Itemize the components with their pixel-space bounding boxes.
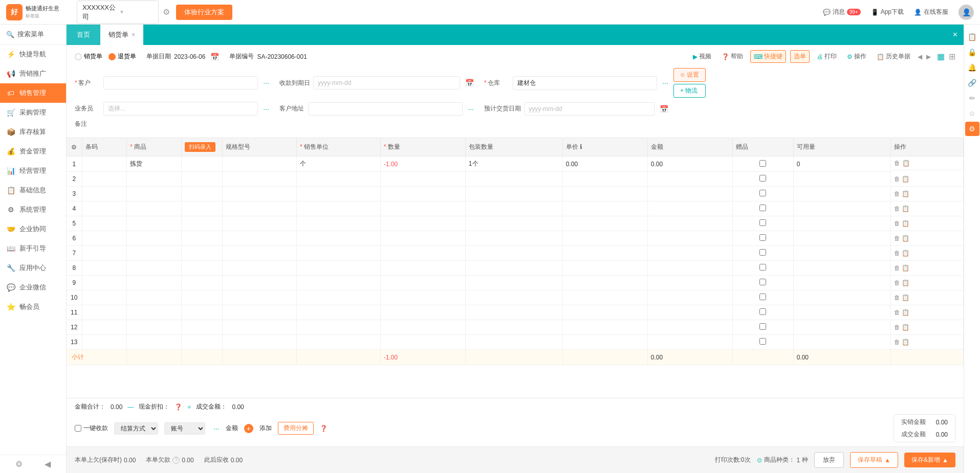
copy-icon[interactable]: 📋: [902, 339, 909, 346]
sidebar-item-wechat[interactable]: 💬 企业微信: [0, 278, 66, 297]
gift-checkbox[interactable]: [759, 205, 766, 211]
delete-icon[interactable]: 🗑: [894, 294, 900, 301]
discount-help-icon[interactable]: ❓: [175, 403, 182, 411]
copy-icon[interactable]: 📋: [902, 294, 909, 301]
gift-checkbox[interactable]: [759, 219, 766, 226]
gift-checkbox[interactable]: [759, 264, 766, 271]
nav-next-icon[interactable]: ▶: [926, 53, 931, 60]
history-btn[interactable]: 📋 历史单据: [874, 51, 913, 62]
price-1[interactable]: 0.00: [562, 156, 647, 172]
sidebar-item-marketing[interactable]: 📢 营销推广: [0, 64, 66, 83]
app-download-btn[interactable]: 📱 App下载: [871, 8, 904, 16]
delete-icon-1[interactable]: 🗑: [894, 160, 900, 167]
th-scan[interactable]: 扫码录入: [182, 138, 223, 156]
logistics-button[interactable]: + 物流: [673, 84, 706, 98]
print-btn[interactable]: 🖨 打印: [814, 51, 840, 62]
gift-checkbox[interactable]: [759, 249, 766, 256]
gift-checkbox[interactable]: [759, 234, 766, 241]
customer-dots[interactable]: ···: [263, 79, 269, 87]
copy-icon[interactable]: 📋: [902, 220, 909, 227]
dots-payments[interactable]: ···: [213, 424, 220, 433]
radio-sale[interactable]: 销货单: [75, 52, 102, 61]
sidebar-item-sales[interactable]: 🏷 销售管理: [0, 83, 66, 103]
gift-checkbox[interactable]: [759, 308, 766, 315]
copy-icon[interactable]: 📋: [902, 235, 909, 242]
arrears-help-icon[interactable]: ?: [172, 457, 180, 464]
help-btn[interactable]: ❓ 帮助: [718, 51, 746, 62]
delete-icon[interactable]: 🗑: [894, 205, 900, 212]
tab-bar-close-icon[interactable]: ×: [953, 30, 957, 39]
avatar[interactable]: 👤: [959, 5, 974, 20]
sidebar-item-guide[interactable]: 📖 新手引导: [0, 239, 66, 258]
tab-close-icon[interactable]: ×: [132, 31, 135, 38]
settings-icon[interactable]: ⚙: [163, 7, 170, 17]
sidebar-item-system[interactable]: ⚙ 系统管理: [0, 200, 66, 219]
right-panel-star-icon[interactable]: ☆: [965, 106, 979, 121]
copy-icon[interactable]: 📋: [902, 279, 909, 286]
calendar-icon[interactable]: 📅: [210, 53, 219, 61]
save-draft-button[interactable]: 保存草稿 ▲: [850, 452, 898, 468]
customer-input[interactable]: [103, 76, 258, 89]
expense-help-icon[interactable]: ❓: [320, 425, 328, 432]
select-btn[interactable]: 选单: [790, 50, 810, 63]
delete-icon[interactable]: 🗑: [894, 324, 900, 331]
settings-button[interactable]: ⊙ 设置: [673, 68, 706, 82]
expense-button[interactable]: 费用分摊: [278, 422, 314, 435]
sidebar-item-quicknav[interactable]: ⚡ 快捷导航: [0, 44, 66, 64]
sidebar-settings-icon[interactable]: ⚙: [15, 459, 23, 469]
salesperson-input[interactable]: 选择...: [103, 102, 258, 116]
salesperson-dots[interactable]: ···: [263, 105, 269, 113]
barcode-1[interactable]: [82, 156, 127, 172]
tab-home[interactable]: 首页: [67, 25, 100, 45]
sidebar-search[interactable]: 🔍 搜索菜单: [0, 25, 66, 44]
warehouse-input[interactable]: 建材仓: [513, 76, 657, 90]
right-panel-bell-icon[interactable]: 🔔: [965, 60, 979, 75]
operation-btn[interactable]: ⚙ 操作: [844, 51, 869, 62]
tab-sales-order[interactable]: 销货单 ×: [100, 25, 143, 45]
message-btn[interactable]: 💬 消息 99+: [823, 8, 861, 16]
copy-icon[interactable]: 📋: [902, 264, 909, 272]
sidebar-item-appcenter[interactable]: 🔧 应用中心: [0, 258, 66, 278]
copy-icon[interactable]: 📋: [902, 324, 909, 331]
gift-checkbox[interactable]: [759, 190, 766, 196]
copy-icon[interactable]: 📋: [902, 205, 909, 212]
sidebar-item-enterprise[interactable]: 🤝 企业协同: [0, 219, 66, 239]
th-settings[interactable]: ⚙: [67, 138, 82, 156]
delete-icon[interactable]: 🗑: [894, 250, 900, 257]
delete-icon[interactable]: 🗑: [894, 279, 900, 286]
right-panel-lock-icon[interactable]: 🔒: [965, 45, 979, 59]
sidebar-item-basics[interactable]: 📋 基础信息: [0, 181, 66, 200]
delete-icon[interactable]: 🗑: [894, 309, 900, 316]
delete-icon[interactable]: 🗑: [894, 220, 900, 227]
one-click-checkbox[interactable]: [75, 425, 81, 432]
sidebar-item-purchase[interactable]: 🛒 采购管理: [0, 103, 66, 122]
one-click-pay[interactable]: 一键收款: [75, 424, 108, 433]
delete-icon[interactable]: 🗑: [894, 235, 900, 242]
pkg-qty-1[interactable]: 1个: [465, 156, 562, 172]
delete-icon[interactable]: 🗑: [894, 339, 900, 346]
discard-button[interactable]: 放弃: [814, 452, 844, 468]
gift-checkbox[interactable]: [759, 338, 766, 345]
view-grid-icon[interactable]: ⊞: [949, 52, 955, 61]
copy-icon[interactable]: 📋: [902, 190, 909, 197]
trial-button[interactable]: 体验行业方案: [176, 5, 232, 20]
gift-checkbox-1[interactable]: [759, 160, 766, 167]
nav-prev-icon[interactable]: ◀: [918, 53, 922, 60]
qty-1[interactable]: -1.00: [380, 156, 465, 172]
right-panel-settings-icon[interactable]: ⚙: [965, 122, 979, 136]
right-panel-link-icon[interactable]: 🔗: [965, 76, 979, 90]
payment-method-select[interactable]: 结算方式: [114, 422, 158, 435]
company-selector[interactable]: XXXXXX公司 ▼: [77, 1, 159, 24]
gift-checkbox[interactable]: [759, 279, 766, 285]
view-list-icon[interactable]: ▦: [937, 52, 945, 61]
spec-1[interactable]: [223, 156, 297, 172]
product-1[interactable]: 拣货: [127, 156, 182, 172]
estimated-calendar-icon[interactable]: 📅: [660, 105, 668, 113]
sidebar-item-finance[interactable]: 💰 资金管理: [0, 142, 66, 161]
delete-icon[interactable]: 🗑: [894, 175, 900, 183]
product-type-radio-icon[interactable]: ⊙: [757, 457, 762, 464]
right-panel-clipboard-icon[interactable]: 📋: [965, 30, 979, 44]
estimated-date-input[interactable]: yyyy-mm-dd: [524, 102, 655, 116]
delete-icon[interactable]: 🗑: [894, 190, 900, 197]
online-service-btn[interactable]: 👤 在线客服: [914, 8, 948, 16]
